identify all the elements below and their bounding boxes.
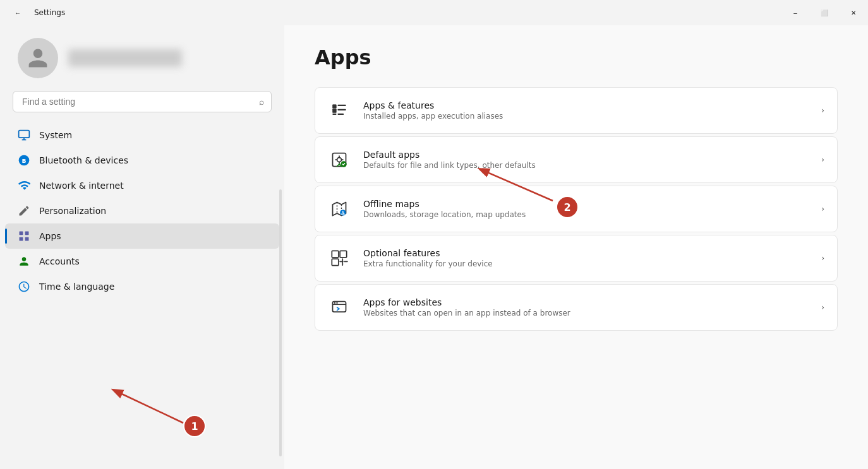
avatar [18, 38, 58, 78]
apps-features-svg [330, 102, 348, 119]
apps-features-icon [328, 99, 351, 122]
network-icon [18, 179, 30, 192]
default-apps-icon [328, 148, 351, 171]
back-button[interactable]: ← [8, 0, 28, 25]
sidebar-item-bluetooth-label: Bluetooth & devices [39, 155, 128, 165]
apps-features-text: Apps & features Installed apps, app exec… [363, 100, 809, 121]
svg-point-16 [337, 158, 342, 162]
user-profile[interactable] [0, 25, 284, 91]
apps-grid-icon [18, 230, 30, 242]
accounts-icon [18, 255, 30, 268]
search-box[interactable]: ⌕ [13, 91, 272, 112]
offline-maps-subtitle: Downloads, storage location, map updates [363, 210, 809, 219]
svg-rect-10 [333, 109, 337, 113]
apps-features-chevron: › [821, 106, 824, 115]
offline-maps-chevron: › [821, 205, 824, 213]
monitor-icon [18, 129, 30, 141]
search-icon: ⌕ [259, 97, 264, 107]
user-name [68, 49, 182, 67]
clock-icon [18, 280, 30, 293]
default-apps-chevron: › [821, 155, 824, 164]
apps-features-title: Apps & features [363, 100, 809, 110]
wifi-icon [18, 179, 30, 192]
maps-svg [330, 200, 348, 218]
apps-websites-text: Apps for websites Websites that can open… [363, 297, 809, 318]
search-input[interactable] [13, 91, 272, 112]
svg-point-24 [336, 302, 337, 304]
apps-websites-icon [328, 296, 351, 319]
settings-list: Apps & features Installed apps, app exec… [315, 87, 838, 331]
apps-websites-chevron: › [821, 303, 824, 312]
svg-rect-5 [20, 232, 23, 235]
svg-rect-21 [332, 259, 339, 266]
apps-websites-card[interactable]: Apps for websites Websites that can open… [315, 284, 838, 331]
default-apps-svg [330, 151, 348, 169]
bluetooth-icon-svg: в [18, 154, 30, 167]
optional-features-chevron: › [821, 254, 824, 263]
titlebar-left: ← Settings [8, 0, 65, 25]
svg-rect-14 [338, 114, 344, 115]
web-apps-svg [330, 299, 348, 316]
sidebar-item-network[interactable]: Network & internet [5, 173, 279, 198]
apps-websites-subtitle: Websites that can open in an app instead… [363, 309, 809, 318]
sidebar-item-accounts-label: Accounts [39, 256, 80, 266]
time-icon [18, 280, 30, 293]
apps-features-card[interactable]: Apps & features Installed apps, app exec… [315, 87, 838, 134]
maximize-button[interactable]: ⬜ [810, 0, 839, 25]
svg-rect-6 [25, 232, 29, 235]
brush-icon [18, 205, 30, 217]
offline-maps-card[interactable]: Offline maps Downloads, storage location… [315, 186, 838, 232]
svg-rect-9 [333, 105, 337, 109]
system-icon [18, 129, 30, 141]
svg-rect-0 [19, 131, 30, 138]
apps-websites-title: Apps for websites [363, 297, 809, 307]
person-icon [18, 255, 30, 268]
svg-rect-13 [338, 109, 346, 110]
sidebar: ⌕ System в [0, 25, 284, 469]
svg-text:в: в [22, 157, 27, 165]
sidebar-item-apps[interactable]: Apps [5, 223, 279, 249]
app-container: ⌕ System в [0, 25, 868, 469]
svg-rect-8 [25, 237, 29, 241]
sidebar-item-apps-label: Apps [39, 231, 61, 241]
sidebar-item-bluetooth[interactable]: в Bluetooth & devices [5, 148, 279, 173]
svg-rect-7 [20, 237, 23, 241]
svg-rect-20 [340, 251, 347, 258]
sidebar-item-network-label: Network & internet [39, 181, 124, 191]
sidebar-item-time[interactable]: Time & language [5, 274, 279, 299]
offline-maps-title: Offline maps [363, 199, 809, 209]
page-title: Apps [315, 45, 838, 69]
offline-maps-icon [328, 198, 351, 220]
optional-features-card[interactable]: Optional features Extra functionality fo… [315, 235, 838, 282]
optional-features-subtitle: Extra functionality for your device [363, 259, 809, 268]
sidebar-scrollbar [279, 189, 282, 456]
nav-list: System в Bluetooth & devices Network [0, 122, 284, 469]
bluetooth-icon: в [18, 154, 30, 167]
apps-features-subtitle: Installed apps, app execution aliases [363, 112, 809, 121]
optional-features-icon [328, 247, 351, 270]
svg-rect-11 [333, 114, 337, 115]
titlebar-controls: – ⬜ ✕ [781, 0, 868, 25]
sidebar-item-system[interactable]: System [5, 122, 279, 148]
titlebar: ← Settings – ⬜ ✕ [0, 0, 868, 25]
default-apps-text: Default apps Defaults for file and link … [363, 150, 809, 170]
close-button[interactable]: ✕ [839, 0, 868, 25]
main-content: Apps Apps & features Installed a [284, 25, 868, 469]
sidebar-item-time-label: Time & language [39, 282, 114, 292]
personalization-icon [18, 205, 30, 217]
sidebar-item-personalization[interactable]: Personalization [5, 198, 279, 223]
minimize-button[interactable]: – [781, 0, 810, 25]
user-icon [27, 47, 49, 69]
sidebar-item-system-label: System [39, 130, 72, 140]
offline-maps-text: Offline maps Downloads, storage location… [363, 199, 809, 219]
default-apps-subtitle: Defaults for file and link types, other … [363, 161, 809, 170]
sidebar-item-accounts[interactable]: Accounts [5, 249, 279, 274]
svg-point-23 [334, 302, 335, 304]
optional-features-title: Optional features [363, 248, 809, 258]
sidebar-item-personalization-label: Personalization [39, 206, 106, 216]
svg-rect-12 [338, 105, 346, 106]
default-apps-card[interactable]: Default apps Defaults for file and link … [315, 136, 838, 183]
default-apps-title: Default apps [363, 150, 809, 160]
titlebar-title: Settings [34, 8, 65, 17]
svg-rect-19 [332, 251, 339, 258]
